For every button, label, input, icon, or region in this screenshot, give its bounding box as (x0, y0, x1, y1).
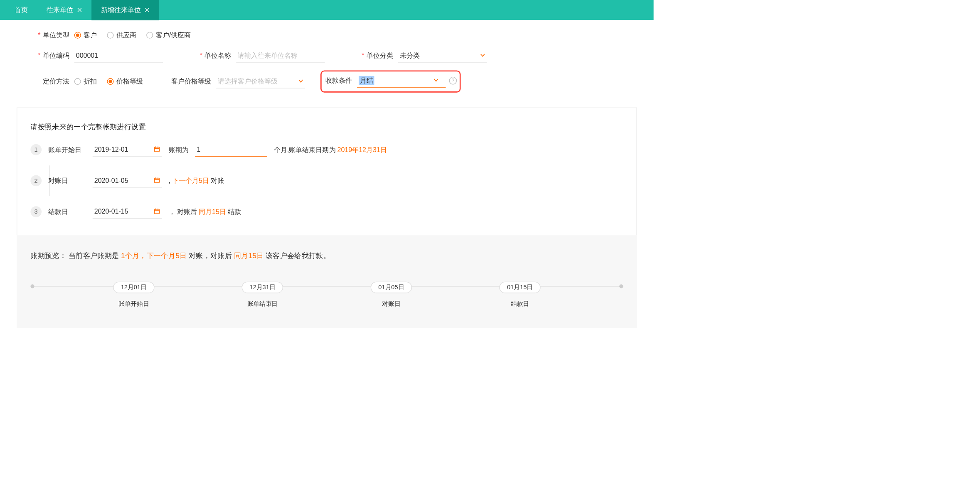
timeline-label: 结款日 (511, 300, 529, 308)
tab-bar: 首页 往来单位 新增往来单位 (0, 0, 654, 20)
preview-accent2: 同月15日 (234, 251, 263, 260)
timeline-label: 账单开始日 (118, 300, 149, 308)
radio-dot-icon (74, 78, 81, 85)
preview-accent1: 1个月，下一个月5日 (121, 251, 187, 260)
required-mark: * (38, 52, 40, 60)
settle-prefix: ， 对账后 (169, 207, 197, 216)
unit-code-label: 单位编码 (43, 51, 69, 60)
preview-t2: 对账，对账后 (189, 251, 234, 260)
chevron-down-icon (433, 78, 438, 84)
radio-label: 供应商 (116, 31, 136, 39)
chevron-down-icon (298, 79, 303, 85)
timeline-node: 01月05日 对账日 (371, 282, 412, 308)
timeline-date: 12月01日 (113, 282, 154, 293)
radio-dot-icon (107, 32, 113, 39)
radio-supplier[interactable]: 供应商 (107, 31, 136, 39)
calendar-icon[interactable] (154, 208, 160, 216)
tab-new-contact[interactable]: 新增往来单位 (91, 0, 159, 20)
radio-dot-icon (107, 78, 113, 85)
radio-customer[interactable]: 客户 (74, 31, 97, 39)
svg-rect-0 (155, 147, 160, 152)
radio-both[interactable]: 客户/供应商 (146, 31, 191, 39)
period-title: 请按照未来的一个完整帐期进行设置 (30, 122, 623, 131)
settle-suffix: 结款 (228, 207, 241, 216)
unit-name-label: 单位名称 (204, 51, 231, 60)
svg-rect-2 (155, 209, 160, 214)
required-mark: * (200, 52, 202, 60)
help-icon[interactable]: ? (449, 77, 457, 85)
payment-terms-value: 月结 (359, 76, 374, 85)
step-number: 2 (30, 175, 42, 187)
payment-terms-select[interactable]: 月结 (357, 74, 446, 87)
period-settings: 请按照未来的一个完整帐期进行设置 1 账单开始日 账期为 (17, 108, 637, 235)
timeline-date: 12月31日 (242, 282, 283, 293)
radio-label: 客户/供应商 (156, 31, 191, 39)
tab-label: 新增往来单位 (101, 5, 141, 14)
close-icon[interactable] (77, 7, 82, 12)
unit-name-input[interactable] (236, 49, 325, 62)
reconcile-date-input[interactable] (93, 174, 162, 187)
period-suffix-prefix: 个月,账单结束日期为 (274, 145, 336, 154)
preview-text: 账期预览： 当前客户账期是 1个月，下一个月5日 对账，对账后 同月15日 该客… (30, 249, 623, 262)
unit-category-select[interactable] (398, 49, 487, 62)
pricing-method-label: 定价方法 (43, 77, 69, 86)
settle-accent: 同月15日 (199, 207, 226, 216)
preview-label: 账期预览： (30, 251, 66, 260)
period-preview: 账期预览： 当前客户账期是 1个月，下一个月5日 对账，对账后 同月15日 该客… (17, 235, 637, 328)
radio-price-level[interactable]: 价格等级 (107, 77, 143, 86)
timeline-date: 01月05日 (371, 282, 412, 293)
radio-label: 价格等级 (116, 77, 143, 86)
required-mark: * (362, 52, 364, 60)
settle-label: 结款日 (48, 207, 86, 216)
tab-label: 往来单位 (47, 5, 73, 14)
price-level-select[interactable] (216, 74, 305, 88)
tab-label: 首页 (15, 5, 28, 14)
radio-label: 客户 (84, 31, 97, 39)
close-icon[interactable] (145, 7, 150, 12)
timeline-date: 01月15日 (499, 282, 540, 293)
period-for-label: 账期为 (169, 145, 189, 154)
radio-dot-icon (74, 32, 81, 39)
timeline-node: 12月01日 账单开始日 (113, 282, 154, 308)
timeline-node: 01月15日 结款日 (499, 282, 540, 308)
radio-label: 折扣 (84, 77, 97, 86)
tab-home[interactable]: 首页 (5, 0, 37, 20)
period-months-input[interactable] (195, 143, 267, 157)
radio-dot-icon (146, 32, 153, 39)
preview-t1: 当前客户账期是 (69, 251, 121, 260)
reconcile-label: 对账日 (48, 176, 86, 185)
preview-t3: 该客户会给我打款。 (266, 251, 330, 260)
step-number: 1 (30, 144, 42, 155)
tab-contacts[interactable]: 往来单位 (37, 0, 91, 20)
calendar-icon[interactable] (154, 177, 160, 185)
step-number: 3 (30, 206, 42, 217)
timeline-label: 对账日 (382, 300, 400, 308)
reconcile-accent: 下一个月5日 (172, 176, 209, 185)
settle-date-input[interactable] (93, 205, 162, 219)
svg-rect-1 (155, 178, 160, 183)
reconcile-suffix: 对账 (211, 176, 224, 185)
bill-start-date-input[interactable] (93, 143, 162, 157)
unit-category-label: 单位分类 (367, 51, 393, 60)
payment-terms-label: 收款条件 (325, 76, 352, 85)
bill-start-label: 账单开始日 (48, 145, 86, 154)
radio-discount[interactable]: 折扣 (74, 77, 97, 86)
unit-code-input[interactable] (74, 49, 163, 62)
timeline-node: 12月31日 账单结束日 (242, 282, 283, 308)
price-level-label: 客户价格等级 (171, 77, 211, 86)
calendar-icon[interactable] (154, 146, 160, 154)
payment-terms-highlight: 收款条件 月结 ? (320, 70, 461, 92)
timeline: 12月01日 账单开始日 12月31日 账单结束日 01月05日 对账日 01月… (30, 282, 623, 312)
unit-type-label: 单位类型 (43, 31, 69, 39)
bill-end-date: 2019年12月31日 (337, 145, 387, 154)
timeline-label: 账单结束日 (247, 300, 278, 308)
reconcile-prefix: , (169, 177, 170, 185)
required-mark: * (38, 31, 40, 39)
chevron-down-icon (480, 53, 485, 59)
